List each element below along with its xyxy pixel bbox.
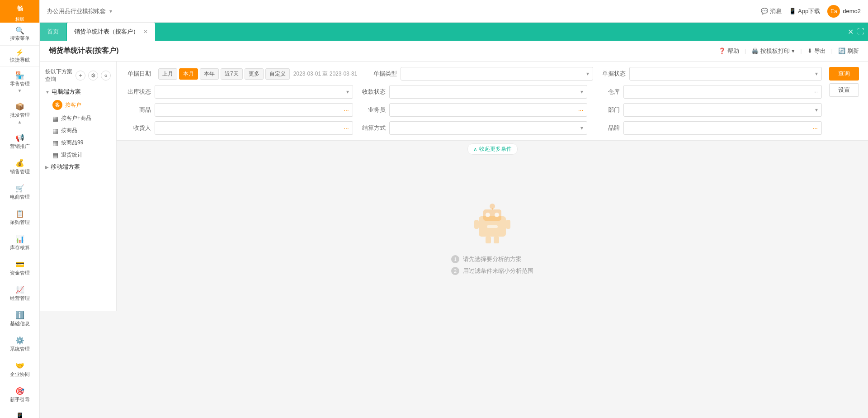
collapse-row: ∧ 收起更多条件 <box>117 141 868 157</box>
sidebar-item-newbie[interactable]: 🎯 新手引导 <box>0 382 39 408</box>
scheme-category-mobile[interactable]: ▶ 移动端方案 <box>40 161 116 173</box>
export-icon: ⬇ <box>807 48 812 54</box>
filter-area: 单据日期 上月 本月 本年 近7天 更多 自定义 2023-03-01 至 20… <box>117 62 868 141</box>
sidebar-item-enterprise[interactable]: 🤝 企业协同 <box>0 357 39 382</box>
user-profile[interactable]: Ea demo2 <box>827 5 861 18</box>
sidebar-quick-nav-label: 快捷导航 <box>2 57 38 63</box>
svg-rect-10 <box>494 237 499 243</box>
hint-1-number: 1 <box>451 255 459 263</box>
empty-hint-2: 2 用过滤条件来缩小分析范围 <box>451 267 533 275</box>
order-status-arrow-icon: ▾ <box>815 71 818 77</box>
sidebar-item-quick-nav[interactable]: ⚡ 快捷导航 <box>0 46 39 66</box>
app-download-button[interactable]: 📱 App下载 <box>789 7 820 15</box>
export-button[interactable]: ⬇ 导出 <box>807 47 826 55</box>
department-col: 部门 ▾ <box>594 103 822 117</box>
date-btn-this-year[interactable]: 本年 <box>200 68 219 80</box>
warehouse-select[interactable]: ··· <box>623 85 822 99</box>
scheme-item-by-goods-99[interactable]: ▦ 按商品99 <box>40 137 116 149</box>
scheme-add-button[interactable]: + <box>75 71 85 81</box>
warehouse-label: 仓库 <box>594 88 620 96</box>
svg-point-5 <box>495 213 499 217</box>
scheme-item-by-customer[interactable]: 客 按客户 <box>40 98 116 112</box>
query-button[interactable]: 查询 <box>829 67 859 81</box>
sidebar-item-system[interactable]: ⚙️ 系统管理 <box>0 332 39 357</box>
order-type-arrow-icon: ▾ <box>586 71 589 77</box>
svg-rect-7 <box>474 220 479 229</box>
sidebar-enterprise-label: 企业协同 <box>10 371 30 378</box>
tab-close-icon[interactable]: ✕ <box>143 28 148 35</box>
out-status-select[interactable]: ▾ <box>155 85 353 99</box>
sidebar-item-finance[interactable]: 💳 资金管理 <box>0 256 39 281</box>
scheme-return-icon: ▤ <box>52 152 58 159</box>
collapse-button[interactable]: ∧ 收起更多条件 <box>467 143 518 155</box>
logo-icon: 畅 <box>12 0 28 16</box>
page-actions: ❓ 帮助 | 🖨️ 按模板打印 ▾ | ⬇ 导出 | 🔄 刷新 <box>718 47 859 55</box>
brand-input[interactable]: ··· <box>623 121 822 135</box>
sidebar-item-search[interactable]: 🔍 搜索菜单 <box>0 23 39 46</box>
divider1: | <box>745 48 746 54</box>
sidebar-item-marketing[interactable]: 📢 营销推广 <box>0 129 39 154</box>
scheme-goods-label: 按商品 <box>61 127 77 134</box>
sidebar-item-wholesale[interactable]: 📦 批发管理 ▲ <box>0 98 39 129</box>
scheme-category-desktop[interactable]: ▼ 电脑端方案 <box>40 86 116 98</box>
salesperson-input[interactable]: ··· <box>389 103 588 117</box>
date-btn-7days[interactable]: 近7天 <box>221 68 243 80</box>
goods-input[interactable]: ··· <box>155 103 353 117</box>
scheme-customer-icon: 客 <box>52 100 62 110</box>
tab-sales-stats-label: 销货单统计表（按客户） <box>74 28 139 36</box>
sidebar-item-basic[interactable]: ℹ️ 基础信息 <box>0 306 39 332</box>
logo[interactable]: 畅 标版 <box>0 0 39 23</box>
tab-expand-icon[interactable]: ⛶ <box>857 28 864 36</box>
sidebar-item-ecommerce[interactable]: 🛒 电商管理 <box>0 180 39 205</box>
receipt-status-col: 收款状态 ▾ <box>360 85 588 99</box>
scheme-return-label: 退货统计 <box>61 151 83 159</box>
tab-sales-stats[interactable]: 销货单统计表（按客户） ✕ <box>67 23 155 41</box>
date-btn-last-month[interactable]: 上月 <box>158 68 177 80</box>
settings-button[interactable]: 设置 <box>829 83 859 97</box>
date-btn-this-month[interactable]: 本月 <box>179 68 198 80</box>
sidebar-operation-label: 经营管理 <box>10 295 30 302</box>
sidebar-newbie-label: 新手引导 <box>10 396 30 403</box>
message-button[interactable]: 💬 消息 <box>761 7 782 15</box>
filter-row-3: 商品 ··· 业务员 <box>126 103 822 117</box>
scheme-item-by-goods[interactable]: ▦ 按商品 <box>40 124 116 137</box>
tab-home[interactable]: 首页 <box>40 23 66 41</box>
scheme-collapse-button[interactable]: « <box>101 71 111 81</box>
scheme-mobile-label: 移动端方案 <box>51 163 80 171</box>
refresh-button[interactable]: 🔄 刷新 <box>838 47 859 55</box>
tab-close-all-icon[interactable]: ✕ <box>848 28 854 36</box>
scheme-item-return-stats[interactable]: ▤ 退货统计 <box>40 149 116 161</box>
sidebar-item-inventory[interactable]: 📊 库存核算 <box>0 230 39 256</box>
app-download-label: App下载 <box>798 7 820 15</box>
filter-action-buttons: 查询 设置 <box>829 67 859 97</box>
payment-select[interactable]: ▾ <box>389 121 588 135</box>
scheme-item-by-customer-goods[interactable]: ▦ 按客户+商品 <box>40 112 116 124</box>
sidebar-item-retail[interactable]: 🏪 零售管理 ▼ <box>0 66 39 98</box>
avatar: Ea <box>827 5 840 18</box>
divider2: | <box>800 48 802 54</box>
department-select[interactable]: ▾ <box>623 103 822 117</box>
sidebar-item-app-center[interactable]: 📱 应用中心 <box>0 408 39 418</box>
receiver-input[interactable]: ··· <box>155 121 353 135</box>
sidebar-item-purchase[interactable]: 📋 采购管理 <box>0 205 39 230</box>
svg-rect-8 <box>506 220 510 229</box>
order-type-select[interactable]: ▾ <box>401 67 593 81</box>
scheme-settings-button[interactable]: ⚙ <box>88 71 98 81</box>
sidebar-marketing-label: 营销推广 <box>10 143 30 150</box>
receipt-status-select[interactable]: ▾ <box>389 85 588 99</box>
order-status-select[interactable]: ▾ <box>629 67 822 81</box>
date-btn-custom[interactable]: 自定义 <box>265 68 290 80</box>
payment-arrow-icon: ▾ <box>580 125 583 131</box>
sidebar-retail-label: 零售管理 <box>10 81 30 87</box>
print-button[interactable]: 🖨️ 按模板打印 ▾ <box>751 47 795 55</box>
svg-rect-9 <box>486 237 491 243</box>
sidebar-item-sales[interactable]: 💰 销售管理 <box>0 154 39 180</box>
date-btn-more[interactable]: 更多 <box>245 68 264 80</box>
print-label: 按模板打印 <box>760 47 790 55</box>
hint-2-text: 用过滤条件来缩小分析范围 <box>463 267 533 275</box>
scheme-customer-goods-label: 按客户+商品 <box>61 114 91 122</box>
receipt-status-label: 收款状态 <box>360 88 386 96</box>
help-button[interactable]: ❓ 帮助 <box>718 47 739 55</box>
content: 销货单统计表(按客户) ❓ 帮助 | 🖨️ 按模板打印 ▾ | ⬇ 导出 | <box>40 41 868 418</box>
sidebar-item-operation[interactable]: 📈 经营管理 <box>0 281 39 306</box>
